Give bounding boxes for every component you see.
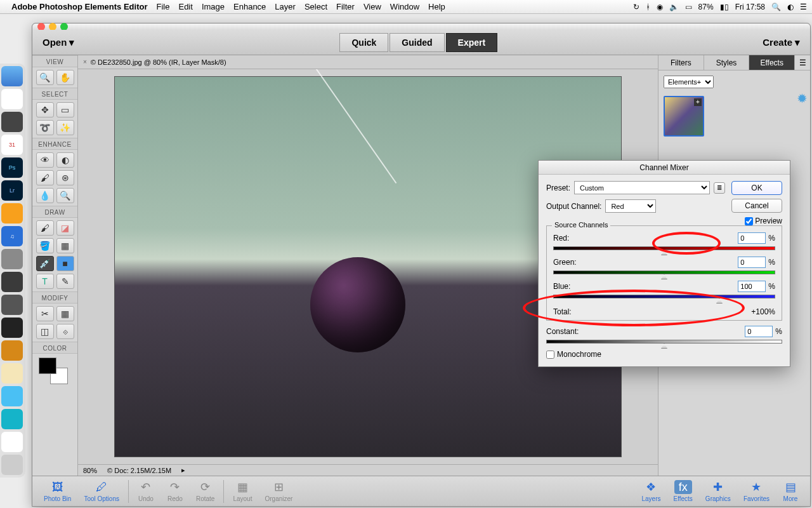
- wifi-icon[interactable]: ◉: [657, 3, 663, 11]
- shape-tool[interactable]: ■: [56, 256, 74, 271]
- menu-help[interactable]: Help: [428, 2, 445, 11]
- ok-button[interactable]: OK: [731, 181, 782, 195]
- status-arrow-icon[interactable]: ▸: [181, 466, 185, 474]
- user-icon[interactable]: ◐: [787, 3, 794, 11]
- layers-button[interactable]: ❖Layers: [635, 480, 667, 502]
- pencil-tool[interactable]: ✎: [56, 274, 74, 289]
- type-tool[interactable]: T: [36, 274, 54, 289]
- effects-button[interactable]: fxEffects: [667, 480, 698, 502]
- dock-chrome[interactable]: [1, 89, 23, 109]
- foreground-color-swatch[interactable]: [39, 358, 56, 374]
- menu-window[interactable]: Window: [390, 2, 419, 11]
- dock-app8[interactable]: [1, 409, 23, 429]
- dock-trash[interactable]: [1, 455, 23, 475]
- green-slider-thumb[interactable]: [661, 274, 667, 279]
- green-slider[interactable]: [553, 271, 775, 274]
- quick-select-tool[interactable]: ✨: [56, 120, 74, 135]
- output-channel-select[interactable]: Red: [605, 199, 656, 213]
- smart-brush-tool[interactable]: 🖌: [36, 170, 54, 185]
- organizer-button[interactable]: ⊞Organizer: [258, 480, 299, 502]
- dock-blank[interactable]: [1, 432, 23, 452]
- mode-guided[interactable]: Guided: [390, 33, 444, 52]
- volume-icon[interactable]: 🔈: [669, 3, 679, 11]
- constant-value-input[interactable]: [745, 326, 773, 337]
- battery-icon[interactable]: ▮▯: [720, 3, 729, 11]
- mode-quick[interactable]: Quick: [339, 33, 388, 52]
- spotlight-icon[interactable]: 🔍: [771, 3, 781, 11]
- constant-slider-thumb[interactable]: [661, 344, 667, 349]
- open-button[interactable]: Open ▾: [37, 34, 79, 51]
- display-icon[interactable]: ▭: [685, 3, 692, 11]
- undo-button[interactable]: ↶Undo: [131, 480, 160, 502]
- gear-icon[interactable]: ✹: [797, 91, 808, 106]
- sponge-tool[interactable]: 🔍: [56, 188, 74, 203]
- red-slider-thumb[interactable]: [661, 250, 667, 255]
- notification-icon[interactable]: ☰: [800, 3, 807, 11]
- clock[interactable]: Fri 17:58: [735, 3, 765, 11]
- spot-heal-tool[interactable]: ◐: [56, 152, 74, 168]
- preview-checkbox-input[interactable]: [745, 217, 753, 225]
- blur-tool[interactable]: 💧: [36, 188, 54, 203]
- dock-app2[interactable]: [1, 203, 23, 224]
- redo-button[interactable]: ↷Redo: [160, 480, 190, 502]
- rotate-button[interactable]: ⟳Rotate: [190, 480, 221, 502]
- dock-notes[interactable]: [1, 363, 23, 384]
- create-button[interactable]: Create ▾: [757, 34, 805, 51]
- red-slider[interactable]: [553, 246, 775, 250]
- dock-lightroom[interactable]: Lr: [1, 180, 23, 201]
- dock-app4[interactable]: [1, 272, 23, 292]
- redeye-tool[interactable]: 👁: [36, 152, 54, 168]
- dock-app3[interactable]: [1, 249, 23, 269]
- mode-expert[interactable]: Expert: [446, 33, 498, 52]
- tool-options-button[interactable]: 🖊Tool Options: [77, 480, 126, 502]
- menu-image[interactable]: Image: [202, 2, 225, 11]
- dock-messages[interactable]: [1, 386, 23, 406]
- monochrome-checkbox-input[interactable]: [546, 351, 554, 359]
- menu-filter[interactable]: Filter: [336, 2, 355, 11]
- dock-calendar[interactable]: 31: [1, 135, 23, 155]
- eyedropper-tool[interactable]: 💉: [36, 256, 54, 271]
- constant-slider[interactable]: [546, 340, 782, 344]
- recompose-tool[interactable]: ▦: [56, 306, 74, 321]
- favorites-button[interactable]: ★Favorites: [737, 480, 776, 502]
- panel-tab-styles[interactable]: Styles: [704, 55, 750, 70]
- preset-menu-icon[interactable]: ≣: [714, 182, 725, 194]
- hand-tool[interactable]: ✋: [56, 70, 74, 85]
- straighten-tool[interactable]: ⟐: [56, 324, 74, 339]
- menu-layer[interactable]: Layer: [275, 2, 296, 11]
- menu-view[interactable]: View: [363, 2, 381, 11]
- dock-photoshop[interactable]: Ps: [1, 157, 23, 178]
- dock-app5[interactable]: [1, 295, 23, 315]
- cancel-button[interactable]: Cancel: [731, 199, 782, 213]
- menu-select[interactable]: Select: [304, 2, 327, 11]
- marquee-tool[interactable]: ▭: [56, 102, 74, 117]
- dock-app1[interactable]: [1, 112, 23, 132]
- zoom-level[interactable]: 80%: [83, 467, 97, 474]
- more-button[interactable]: ▤More: [776, 480, 805, 502]
- zoom-tool[interactable]: 🔍: [36, 70, 54, 85]
- monochrome-checkbox[interactable]: Monochrome: [546, 350, 782, 359]
- tab-close-icon[interactable]: ×: [83, 58, 87, 65]
- dock-itunes[interactable]: ♫: [1, 226, 23, 246]
- blue-slider-thumb[interactable]: [716, 298, 723, 304]
- graphics-button[interactable]: ✚Graphics: [699, 480, 737, 502]
- sync-icon[interactable]: ↻: [633, 3, 639, 11]
- layout-button[interactable]: ▦Layout: [226, 480, 258, 502]
- preview-checkbox[interactable]: Preview: [745, 217, 782, 225]
- brush-tool[interactable]: 🖌: [36, 220, 54, 236]
- menu-enhance[interactable]: Enhance: [233, 2, 266, 11]
- photo-bin-button[interactable]: 🖼Photo Bin: [37, 480, 77, 502]
- document-tab[interactable]: × © DE232850.jpg @ 80% (IR, Layer Mask/8…: [78, 55, 658, 69]
- panel-menu-icon[interactable]: ☰: [795, 55, 810, 70]
- eraser-tool[interactable]: ◪: [56, 220, 74, 236]
- menu-file[interactable]: File: [157, 2, 170, 11]
- clone-tool[interactable]: ⊛: [56, 170, 74, 185]
- red-value-input[interactable]: [738, 232, 766, 244]
- panel-tab-filters[interactable]: Filters: [658, 55, 704, 70]
- bluetooth-icon[interactable]: ᚼ: [646, 3, 650, 11]
- content-move-tool[interactable]: ◫: [36, 324, 54, 339]
- crop-tool[interactable]: ✂: [36, 306, 54, 321]
- effect-thumbnail[interactable]: [664, 96, 704, 137]
- fill-tool[interactable]: 🪣: [36, 238, 54, 253]
- doc-info[interactable]: © Doc: 2.15M/2.15M: [107, 467, 171, 474]
